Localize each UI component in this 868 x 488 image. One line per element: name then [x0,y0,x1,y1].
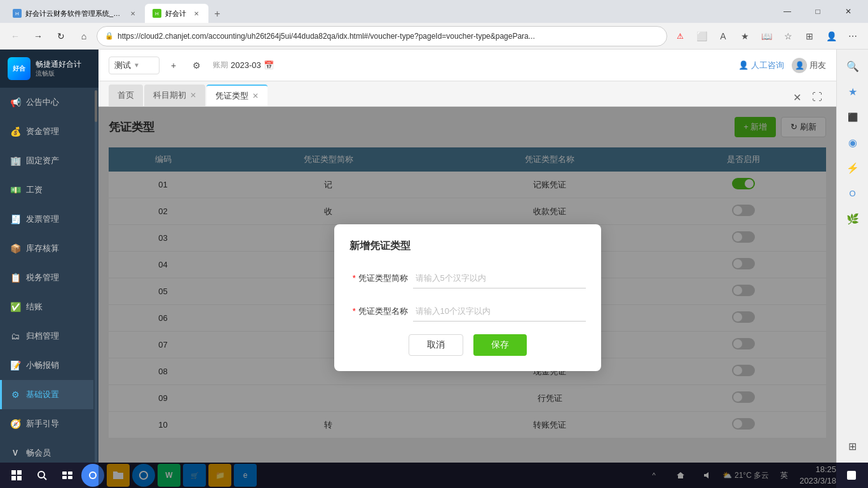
period-value: 2023-03 [231,60,261,70]
right-panel-tool4[interactable]: O [841,182,864,205]
task-view-button[interactable] [56,464,79,487]
svg-rect-1 [17,470,22,475]
sidebar-item-tax[interactable]: 📋 税务管理 [0,263,93,292]
maximize-button[interactable]: □ [803,0,832,23]
tab-subjects-close[interactable]: ✕ [190,91,196,100]
help-button[interactable]: 👤 人工咨询 [738,60,784,71]
more-icon[interactable]: ⋯ [843,26,863,46]
sidebar-item-settle[interactable]: ✅ 结账 [0,292,93,322]
start-button[interactable] [5,464,28,487]
tab1-close[interactable]: ✕ [128,9,137,18]
right-panel-search[interactable]: 🔍 [841,55,864,78]
sidebar-item-fixed-assets[interactable]: 🏢 固定资产 [0,146,93,175]
sidebar-item-label-payroll: 工资 [26,184,43,196]
sidebar-item-announcements[interactable]: 📢 公告中心 [0,88,93,117]
url-bar[interactable]: 🔒 https://cloud2.chanjet.com/accounting/… [97,26,667,46]
sidebar-item-label-capital: 资金管理 [26,126,59,137]
right-panel-tool1[interactable]: ⬛ [841,105,864,128]
tab-navigation: 首页 科目期初 ✕ 凭证类型 ✕ ✕ ⛶ [98,81,836,107]
sidebar-scroll-container: 📢 公告中心 💰 资金管理 🏢 固定资产 💵 工资 [0,88,98,468]
favorites-icon[interactable]: ☆ [778,26,798,46]
settle-icon: ✅ [10,301,21,313]
tab-expand-button[interactable]: ⛶ [808,88,826,106]
profile-icon[interactable]: 👤 [821,26,841,46]
full-name-input[interactable] [413,301,586,322]
workspace-selector[interactable]: 测试 ▼ [109,57,159,74]
forward-button[interactable]: → [28,26,48,46]
announcements-icon: 📢 [10,97,21,108]
tab-bar: H 好会计云财务软件管理系统_会计 ✕ H 好会计 ✕ + [5,0,770,23]
sidebar-item-invoice[interactable]: 🧾 发票管理 [0,205,93,234]
url-text: https://cloud2.chanjet.com/accounting/uh… [118,32,659,41]
sidebar-item-archive[interactable]: 🗂 归档管理 [0,322,93,351]
sidebar-item-payroll[interactable]: 💵 工资 [0,175,93,205]
sidebar-item-settings[interactable]: ⚙ 基础设置 [0,380,93,409]
minimize-button[interactable]: — [773,0,802,23]
calendar-icon[interactable]: 📅 [264,60,274,70]
address-bar: ← → ↻ ⌂ 🔒 https://cloud2.chanjet.com/acc… [0,23,868,50]
dialog-footer: 取消 保存 [349,334,586,356]
sidebar-item-report[interactable]: 📝 小畅报销 [0,351,93,380]
right-panel-star[interactable]: ★ [841,80,864,103]
toolbar-icons: ⚠ ⬜ A ★ 📖 ☆ ⊞ 👤 ⋯ [670,26,863,46]
right-panel-tool2[interactable]: ◉ [841,131,864,154]
sidebar: 好合 畅捷通好合计 流畅版 📢 公告中心 💰 资金管理 [0,50,98,488]
cancel-button[interactable]: 取消 [409,334,463,356]
fixed-assets-icon: 🏢 [10,155,21,166]
sidebar-item-label-settle: 结账 [26,301,43,313]
app-container: 好合 畅捷通好合计 流畅版 📢 公告中心 💰 资金管理 [0,50,868,488]
sidebar-item-capital[interactable]: 💰 资金管理 [0,117,93,146]
topbar-right: 👤 人工咨询 👤 用友 [738,58,826,73]
sidebar-item-label-archive: 归档管理 [26,330,59,342]
period-label: 账期 [213,60,228,71]
form-label-short: * 凭证类型简称 [349,273,413,284]
tab-voucher-type[interactable]: 凭证类型 ✕ [207,85,268,106]
add-workspace-button[interactable]: + [165,57,182,74]
tab2-title: 好会计 [165,9,188,18]
tab2-favicon: H [153,9,161,18]
sidebar-item-guide[interactable]: 🧭 新手引导 [0,409,93,438]
close-button[interactable]: ✕ [834,0,863,23]
tab-voucher-label: 凭证类型 [215,90,248,102]
short-name-input[interactable] [413,268,586,288]
workspace-settings-button[interactable]: ⚙ [187,57,205,74]
browser-tab-1[interactable]: H 好会计云财务软件管理系统_会计 ✕ [5,4,145,23]
workspace-name: 测试 [114,60,131,71]
collections-icon[interactable]: ⊞ [799,26,820,46]
search-taskbar-button[interactable] [31,464,53,487]
save-button[interactable]: 保存 [473,334,527,356]
user-info[interactable]: 👤 用友 [792,58,826,73]
notification-button[interactable] [840,464,863,487]
scroll-thumb [95,90,97,122]
extension3-icon[interactable]: ★ [735,26,755,46]
sidebar-item-inventory[interactable]: 📦 库存核算 [0,234,93,263]
right-panel-tool3[interactable]: ⚡ [841,156,864,179]
svg-rect-3 [17,476,22,480]
right-panel-tool5[interactable]: 🌿 [841,207,864,230]
right-panel-grid[interactable]: ⊞ [841,435,864,458]
extension1-icon[interactable]: ⬜ [691,26,712,46]
tab-close-all-button[interactable]: ✕ [788,88,806,106]
extensions-icon[interactable]: ⚠ [670,26,690,46]
home-button[interactable]: ⌂ [74,26,94,46]
svg-point-4 [38,471,44,478]
dialog-overlay: 新增凭证类型 * 凭证类型简称 * 凭证类型名称 [98,107,836,488]
back-button[interactable]: ← [5,26,25,46]
new-tab-button[interactable]: + [208,5,226,23]
tab-subjects[interactable]: 科目期初 ✕ [144,85,205,106]
security-icon: 🔒 [105,32,114,40]
add-voucher-dialog: 新增凭证类型 * 凭证类型简称 * 凭证类型名称 [334,224,601,371]
form-row-name: * 凭证类型名称 [349,301,586,322]
tab-home-label: 首页 [118,90,134,101]
extension2-icon[interactable]: A [713,26,733,46]
tab-home[interactable]: 首页 [109,85,143,106]
browser-tab-2[interactable]: H 好会计 ✕ [145,4,208,23]
svg-rect-12 [847,471,856,480]
refresh-button[interactable]: ↻ [51,26,71,46]
reading-view-icon[interactable]: 📖 [756,26,776,46]
svg-rect-6 [62,471,67,475]
sidebar-item-label-fixed-assets: 固定资产 [26,155,59,166]
guide-icon: 🧭 [10,418,21,430]
tab-voucher-close[interactable]: ✕ [252,92,259,100]
tab2-close[interactable]: ✕ [192,9,201,18]
